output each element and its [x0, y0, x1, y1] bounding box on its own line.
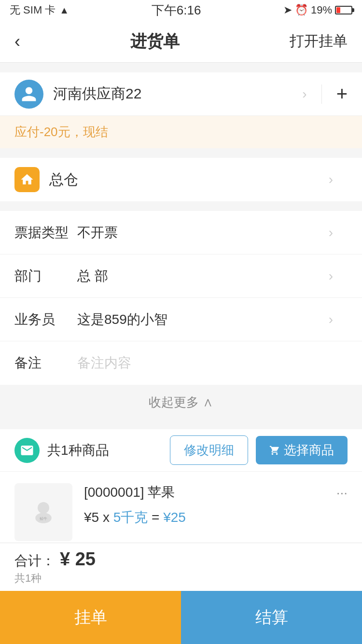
- invoice-chevron: ›: [329, 225, 333, 240]
- bottom-area: 合计： ¥ 25 共1种 挂单 结算: [0, 543, 362, 644]
- summary-row: 合计： ¥ 25: [14, 549, 348, 570]
- edit-detail-button[interactable]: 修改明细: [170, 435, 248, 465]
- nav-bar: ‹ 进货单 打开挂单: [0, 20, 362, 63]
- warehouse-icon-container: [14, 167, 40, 192]
- supplier-row[interactable]: 河南供应商22 › +: [0, 72, 362, 116]
- alarm-icon: ⏰: [295, 4, 308, 16]
- open-pending-button[interactable]: 打开挂单: [290, 31, 348, 51]
- unit-price: ¥5: [84, 510, 99, 525]
- wifi-icon: ▲: [59, 5, 69, 16]
- checkout-button[interactable]: 结算: [181, 591, 362, 644]
- summary-label: 合计：: [14, 552, 55, 570]
- product-title: 苹果: [148, 485, 175, 500]
- invoice-row[interactable]: 票据类型 不开票 ›: [0, 211, 362, 254]
- battery-label: 19%: [311, 4, 332, 16]
- svg-text:鲸牛: 鲸牛: [40, 516, 47, 521]
- status-left: 无 SIM 卡 ▲: [10, 3, 69, 17]
- pending-button[interactable]: 挂单: [0, 591, 181, 644]
- status-right: ➤ ⏰ 19%: [283, 4, 352, 16]
- warehouse-chevron: ›: [329, 172, 333, 187]
- carrier-label: 无 SIM 卡: [10, 3, 56, 17]
- sales-row[interactable]: 业务员 这是859的小智 ›: [0, 298, 362, 341]
- select-product-label: 选择商品: [284, 442, 334, 459]
- svg-point-0: [38, 502, 49, 514]
- divider-2: [0, 148, 362, 158]
- warehouse-icon: [20, 172, 34, 187]
- equals: =: [152, 510, 163, 525]
- add-supplier-button[interactable]: +: [336, 83, 348, 105]
- subtotal: ¥25: [163, 510, 186, 525]
- bottom-actions: 挂单 结算: [0, 591, 362, 644]
- product-header: 共1种商品 修改明细 选择商品: [0, 429, 362, 472]
- supplier-avatar: [14, 80, 43, 109]
- product-count-label: 共1种商品: [47, 441, 170, 460]
- supplier-card: 河南供应商22 › + 应付-20元，现结: [0, 72, 362, 148]
- select-product-button[interactable]: 选择商品: [256, 436, 348, 464]
- sales-label: 业务员: [14, 310, 77, 329]
- warehouse-name: 总仓: [49, 170, 329, 190]
- user-icon: [20, 85, 38, 103]
- product-name: [0000001] 苹果: [84, 483, 336, 502]
- supplier-chevron: ›: [302, 86, 306, 102]
- battery-icon: [335, 6, 352, 14]
- remark-row[interactable]: 备注 备注内容: [0, 341, 362, 385]
- time-label: 下午6:16: [152, 2, 201, 19]
- price-separator: x: [103, 510, 113, 525]
- dept-row[interactable]: 部门 总 部 ›: [0, 254, 362, 298]
- sales-chevron: ›: [329, 312, 333, 327]
- back-button[interactable]: ‹: [14, 31, 20, 52]
- product-item: 鲸牛 [0000001] 苹果 ¥5 x 5千克 = ¥25 ···: [0, 472, 362, 553]
- warehouse-row[interactable]: 总仓 ›: [0, 158, 362, 201]
- bottom-summary: 合计： ¥ 25 共1种: [0, 543, 362, 591]
- product-info: [0000001] 苹果 ¥5 x 5千克 = ¥25: [84, 483, 336, 527]
- invoice-label: 票据类型: [14, 224, 77, 242]
- quantity: 5千克: [113, 510, 148, 525]
- dept-label: 部门: [14, 267, 77, 285]
- sales-value: 这是859的小智: [77, 310, 329, 329]
- product-section: 共1种商品 修改明细 选择商品 鲸牛 [0000001] 苹果 ¥5 x: [0, 429, 362, 553]
- supplier-notice: 应付-20元，现结: [0, 116, 362, 148]
- status-bar: 无 SIM 卡 ▲ 下午6:16 ➤ ⏰ 19%: [0, 0, 362, 20]
- dept-value: 总 部: [77, 267, 329, 285]
- remark-label: 备注: [14, 354, 77, 372]
- dept-chevron: ›: [329, 268, 333, 284]
- divider-1: [0, 63, 362, 72]
- product-thumbnail: 鲸牛: [14, 483, 72, 541]
- summary-amount: ¥ 25: [60, 549, 96, 570]
- product-icon: [20, 443, 34, 458]
- product-thumb-icon: 鲸牛: [29, 498, 58, 527]
- collapse-more-button[interactable]: 收起更多 ∧: [0, 385, 362, 420]
- page-title: 进货单: [130, 30, 180, 53]
- product-header-icon-container: [14, 438, 40, 463]
- supplier-name: 河南供应商22: [53, 84, 302, 104]
- summary-count: 共1种: [14, 571, 348, 586]
- summary-info: 合计： ¥ 25 共1种: [14, 549, 348, 586]
- product-more-button[interactable]: ···: [336, 483, 348, 501]
- product-price: ¥5 x 5千克 = ¥25: [84, 508, 336, 527]
- invoice-value: 不开票: [77, 224, 329, 242]
- location-icon: ➤: [283, 4, 292, 16]
- product-code: [0000001]: [84, 485, 144, 500]
- remark-value: 备注内容: [77, 354, 348, 372]
- form-section: 票据类型 不开票 › 部门 总 部 › 业务员 这是859的小智 › 备注 备注…: [0, 211, 362, 385]
- supplier-divider: [321, 84, 322, 104]
- cart-icon: [269, 445, 280, 456]
